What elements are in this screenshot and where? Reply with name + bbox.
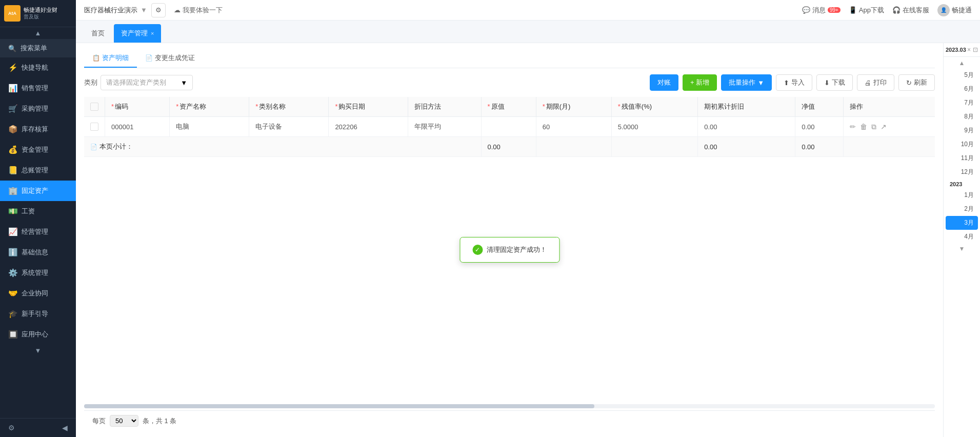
sidebar-item-label: 系统管理	[22, 268, 48, 277]
col-purchase-date: *购买日期	[329, 97, 408, 117]
sidebar-item-app-center[interactable]: 🔲 应用中心	[0, 324, 76, 345]
gear-icon: ⚙	[155, 6, 162, 14]
sidebar-item-fixed-assets[interactable]: 🏢 固定资产	[0, 181, 76, 201]
subtotal-original-cell: 0.00	[481, 137, 536, 157]
guide-icon: 🎓	[8, 309, 17, 319]
sidebar-item-operations[interactable]: 📈 经营管理	[0, 222, 76, 242]
calendar-month-12[interactable]: 12月	[946, 165, 978, 179]
expand-panel-icon[interactable]: ⊡	[973, 46, 978, 53]
sub-tab-change-voucher[interactable]: 📄 变更生成凭证	[137, 49, 203, 68]
table-header-row: *编码 *资产名称 *类别名称 *购买日期 折旧方法 *原值 *期限(月) *残…	[84, 97, 935, 117]
export-icon: ⬆	[784, 79, 789, 87]
per-page-select[interactable]: 10 20 50 100	[110, 415, 138, 427]
sidebar-item-guide[interactable]: 🎓 新手引导	[0, 304, 76, 324]
success-toast: ✓ 清理固定资产成功！	[459, 237, 559, 263]
calendar-month-1[interactable]: 1月	[946, 188, 978, 202]
company-selector[interactable]: 医疗器械行业演示 ▼	[84, 6, 147, 15]
sidebar-item-quick-nav[interactable]: ⚡ 快捷导航	[0, 57, 76, 78]
calendar-month-9[interactable]: 9月	[946, 124, 978, 137]
app-center-icon: 🔲	[8, 330, 17, 339]
sidebar-item-search[interactable]: 🔍 搜索菜单	[0, 39, 76, 57]
cloud-icon: ☁	[174, 6, 181, 14]
app-logo-text: 畅捷通好业财 普及版	[24, 6, 57, 21]
delete-icon[interactable]: 🗑	[860, 123, 867, 131]
sidebar-scroll-up[interactable]: ▲	[0, 27, 76, 39]
app-download-button[interactable]: 📱 App下载	[849, 6, 884, 15]
funds-icon: 💰	[8, 145, 17, 154]
sidebar-item-system[interactable]: ⚙️ 系统管理	[0, 263, 76, 283]
more-icon[interactable]: ↗	[881, 123, 887, 131]
total-label: 条，共 1 条	[143, 416, 176, 426]
sidebar-item-label: 新手引导	[22, 309, 48, 319]
calendar-month-6[interactable]: 6月	[946, 82, 978, 96]
edit-icon[interactable]: ✏	[850, 123, 856, 131]
service-icon: 🎧	[892, 6, 901, 14]
col-residual-rate: *残值率(%)	[611, 97, 697, 117]
subtotal-label-cell: 📄 本页小计：	[84, 137, 481, 157]
system-icon: ⚙️	[8, 268, 17, 277]
category-select[interactable]: 请选择固定资产类别 ▼	[101, 75, 193, 90]
row-checkbox[interactable]	[90, 123, 98, 131]
sidebar-item-label: 应用中心	[22, 330, 48, 339]
batch-button[interactable]: 批量操作 ▼	[721, 74, 772, 91]
online-service-button[interactable]: 🎧 在线客服	[892, 6, 929, 15]
calendar-year-title: 2023.03	[946, 47, 966, 53]
tab-close-icon[interactable]: ×	[151, 30, 154, 36]
calendar-month-4[interactable]: 4月	[946, 230, 978, 244]
calendar-month-11[interactable]: 11月	[946, 151, 978, 165]
print-button[interactable]: 🖨 打印	[857, 74, 894, 91]
reconcile-button[interactable]: 对账	[650, 74, 678, 91]
message-button[interactable]: 💬 消息 99+	[802, 6, 841, 15]
sidebar-item-label: 总账管理	[22, 166, 48, 175]
company-name: 医疗器械行业演示	[84, 6, 137, 15]
pagination: 每页 10 20 50 100 条，共 1 条	[84, 410, 935, 431]
sidebar-item-purchase[interactable]: 🛒 采购管理	[0, 98, 76, 119]
settings-button[interactable]: ⚙	[151, 3, 166, 17]
calendar-month-7[interactable]: 7月	[946, 96, 978, 110]
cell-name: 电脑	[170, 117, 249, 137]
calendar-month-3-current[interactable]: 3月	[946, 216, 978, 230]
tab-home[interactable]: 首页	[84, 24, 112, 43]
settings-icon[interactable]: ⚙	[8, 424, 15, 432]
company-dropdown-icon: ▼	[141, 6, 147, 14]
calendar-month-2[interactable]: 2月	[946, 202, 978, 216]
sidebar-item-label: 基础信息	[22, 248, 48, 257]
calendar-down-nav[interactable]: ▼	[946, 244, 978, 254]
sidebar-item-payroll[interactable]: 💵 工资	[0, 201, 76, 222]
user-menu[interactable]: 👤 畅捷通	[937, 4, 972, 16]
sidebar-item-label: 采购管理	[22, 104, 48, 113]
refresh-button[interactable]: ↻ 刷新	[898, 74, 935, 91]
right-panel: 2023.03 × ⊡ ▲ 5月 6月 7月 8月 9月 10月 11月 12月…	[943, 43, 980, 437]
export-button[interactable]: ⬆ 导入	[776, 74, 812, 91]
sub-tab-asset-details[interactable]: 📋 资产明细	[84, 49, 137, 68]
sidebar-scroll-down[interactable]: ▼	[0, 345, 76, 356]
download-button[interactable]: ⬇ 下载	[816, 74, 853, 91]
copy-icon[interactable]: ⧉	[871, 123, 876, 131]
topbar: 医疗器械行业演示 ▼ ⚙ ☁ 我要体验一下 💬 消息 99+ 📱 App下载 🎧…	[76, 0, 980, 21]
sidebar-item-ledger[interactable]: 📒 总账管理	[0, 160, 76, 181]
cell-original-value	[481, 117, 536, 137]
sidebar-item-funds[interactable]: 💰 资金管理	[0, 140, 76, 160]
calendar-month-5[interactable]: 5月	[946, 68, 978, 82]
scrollbar-thumb[interactable]	[84, 404, 594, 408]
experience-button[interactable]: ☁ 我要体验一下	[174, 6, 223, 15]
refresh-icon: ↻	[906, 79, 912, 87]
collapse-sidebar-icon[interactable]: ◀	[62, 424, 68, 432]
operations-icon: 📈	[8, 227, 17, 236]
sidebar-item-enterprise[interactable]: 🤝 企业协同	[0, 283, 76, 304]
select-all-checkbox[interactable]	[90, 103, 98, 111]
sidebar-item-inventory[interactable]: 📦 库存核算	[0, 119, 76, 140]
tab-asset-management[interactable]: 资产管理 ×	[114, 24, 161, 43]
basic-info-icon: ℹ️	[8, 248, 17, 257]
close-panel-icon[interactable]: ×	[967, 46, 971, 53]
calendar-month-8[interactable]: 8月	[946, 110, 978, 124]
table-horizontal-scrollbar[interactable]	[84, 404, 935, 408]
category-placeholder: 请选择固定资产类别	[106, 78, 166, 87]
change-voucher-icon: 📄	[145, 54, 153, 62]
calendar-up-nav[interactable]: ▲	[946, 58, 978, 68]
calendar-month-10[interactable]: 10月	[946, 137, 978, 151]
sidebar-item-basic-info[interactable]: ℹ️ 基础信息	[0, 242, 76, 263]
cell-code: 000001	[105, 117, 170, 137]
sidebar-item-sales[interactable]: 📊 销售管理	[0, 78, 76, 98]
new-button[interactable]: + 新增	[683, 74, 717, 91]
